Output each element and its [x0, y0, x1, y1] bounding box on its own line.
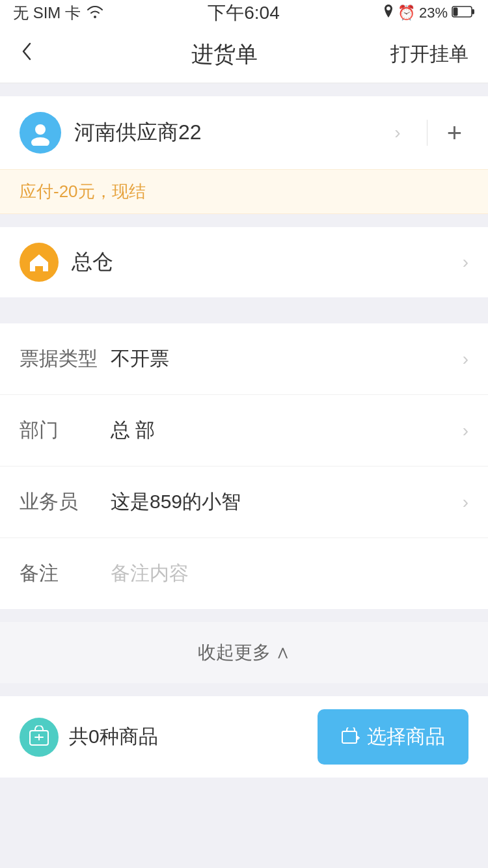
- add-supplier-button[interactable]: +: [441, 118, 468, 148]
- wifi-icon: [86, 4, 104, 22]
- select-products-label: 选择商品: [367, 724, 445, 750]
- open-pending-button[interactable]: 打开挂单: [390, 41, 468, 68]
- notice-bar: 应付-20元，现结: [0, 169, 488, 214]
- warehouse-section: 总仓 ›: [0, 227, 488, 297]
- products-info: 共0种商品: [20, 718, 158, 757]
- svg-rect-6: [342, 731, 357, 743]
- gap-3: [0, 297, 488, 310]
- select-products-button[interactable]: 选择商品: [318, 709, 468, 765]
- products-icon: [20, 718, 59, 757]
- supplier-name: 河南供应商22: [74, 118, 394, 147]
- invoice-label: 票据类型: [20, 346, 98, 372]
- remark-row[interactable]: 备注 备注内容: [0, 538, 488, 609]
- dept-value: 总 部: [98, 417, 463, 444]
- warehouse-row[interactable]: 总仓 ›: [0, 227, 488, 297]
- bottom-bar: 共0种商品 选择商品: [0, 696, 488, 778]
- battery-icon: [452, 5, 475, 21]
- status-bar: 无 SIM 卡 下午6:04 ⏰ 23%: [0, 0, 488, 26]
- salesperson-chevron-icon: ›: [463, 492, 468, 513]
- supplier-avatar: [20, 112, 61, 154]
- dept-chevron-icon: ›: [463, 420, 468, 441]
- nav-bar: 进货单 打开挂单: [0, 26, 488, 83]
- salesperson-value: 这是859的小智: [98, 489, 463, 515]
- invoice-chevron-icon: ›: [463, 349, 468, 370]
- form-section: 票据类型 不开票 › 部门 总 部 › 业务员 这是859的小智 › 备注 备注…: [0, 323, 488, 609]
- supplier-row[interactable]: 河南供应商22 › +: [0, 96, 488, 169]
- supplier-chevron-icon: ›: [394, 122, 400, 143]
- svg-rect-1: [472, 9, 474, 14]
- warehouse-name: 总仓: [72, 248, 463, 277]
- status-right: ⏰ 23%: [383, 5, 475, 21]
- carrier-text: 无 SIM 卡: [13, 3, 81, 23]
- salesperson-row[interactable]: 业务员 这是859的小智 ›: [0, 467, 488, 538]
- vertical-divider: [427, 120, 427, 146]
- products-count-text: 共0种商品: [69, 724, 158, 750]
- svg-point-3: [35, 124, 46, 135]
- invoice-value: 不开票: [98, 346, 463, 372]
- back-button[interactable]: [20, 38, 59, 70]
- invoice-row[interactable]: 票据类型 不开票 ›: [0, 323, 488, 395]
- svg-rect-2: [454, 8, 458, 16]
- dept-row[interactable]: 部门 总 部 ›: [0, 395, 488, 467]
- svg-point-4: [31, 137, 49, 146]
- location-icon: [383, 5, 394, 21]
- dept-label: 部门: [20, 417, 98, 444]
- gap-2: [0, 214, 488, 227]
- page-background: [0, 778, 488, 868]
- warehouse-icon: [20, 243, 59, 282]
- collapse-row[interactable]: 收起更多 ∧: [0, 622, 488, 683]
- supplier-section: 河南供应商22 › + 应付-20元，现结: [0, 96, 488, 214]
- remark-input[interactable]: 备注内容: [98, 560, 468, 587]
- alarm-icon: ⏰: [398, 5, 415, 21]
- status-left: 无 SIM 卡: [13, 3, 104, 23]
- remark-label: 备注: [20, 560, 98, 587]
- status-time: 下午6:04: [208, 1, 280, 25]
- battery-text: 23%: [419, 5, 448, 21]
- page-title: 进货单: [191, 40, 258, 70]
- salesperson-label: 业务员: [20, 489, 98, 515]
- gap-1: [0, 83, 488, 96]
- warehouse-chevron-icon: ›: [463, 252, 468, 273]
